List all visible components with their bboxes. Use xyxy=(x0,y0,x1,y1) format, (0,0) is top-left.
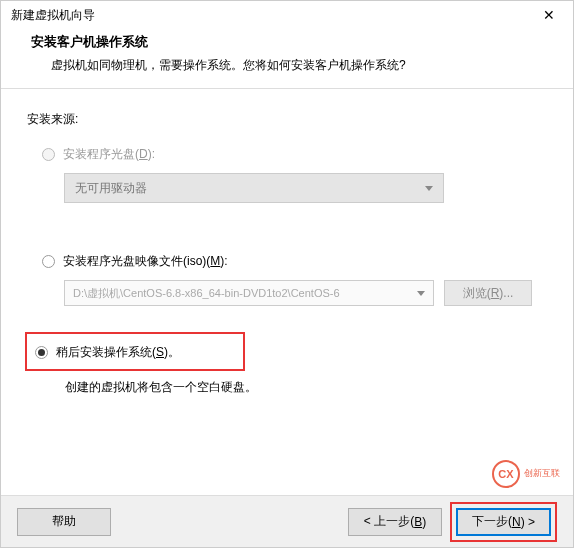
radio-disc xyxy=(42,148,55,161)
header-desc: 虚拟机如同物理机，需要操作系统。您将如何安装客户机操作系统? xyxy=(31,57,543,74)
help-button[interactable]: 帮助 xyxy=(17,508,111,536)
radio-iso-row[interactable]: 安装程序光盘映像文件(iso)(M): xyxy=(42,253,553,270)
chevron-down-icon xyxy=(417,291,425,296)
highlight-next: 下一步(N) > xyxy=(450,502,557,542)
radio-iso xyxy=(42,255,55,268)
radio-disc-row[interactable]: 安装程序光盘(D): xyxy=(42,146,553,163)
watermark-logo: CX xyxy=(492,460,520,488)
next-button[interactable]: 下一步(N) > xyxy=(456,508,551,536)
highlight-later-option: 稍后安装操作系统(S)。 xyxy=(25,332,245,371)
watermark-text: 创新互联 xyxy=(524,469,560,479)
browse-button[interactable]: 浏览(R)... xyxy=(444,280,532,306)
later-desc: 创建的虚拟机将包含一个空白硬盘。 xyxy=(65,379,553,396)
wizard-window: 新建虚拟机向导 ✕ 安装客户机操作系统 虚拟机如同物理机，需要操作系统。您将如何… xyxy=(0,0,574,548)
radio-iso-label: 安装程序光盘映像文件(iso)(M): xyxy=(63,253,228,270)
footer: 帮助 < 上一步(B) 下一步(N) > xyxy=(1,495,573,547)
radio-disc-label: 安装程序光盘(D): xyxy=(63,146,155,163)
disc-dropdown[interactable]: 无可用驱动器 xyxy=(64,173,444,203)
window-title: 新建虚拟机向导 xyxy=(11,7,95,24)
iso-path-text: D:\虚拟机\CentOS-6.8-x86_64-bin-DVD1to2\Cen… xyxy=(73,286,340,301)
iso-path-input[interactable]: D:\虚拟机\CentOS-6.8-x86_64-bin-DVD1to2\Cen… xyxy=(64,280,434,306)
option-iso: 安装程序光盘映像文件(iso)(M): D:\虚拟机\CentOS-6.8-x8… xyxy=(42,253,553,306)
disc-dropdown-text: 无可用驱动器 xyxy=(75,180,147,197)
source-label: 安装来源: xyxy=(27,111,553,128)
header: 安装客户机操作系统 虚拟机如同物理机，需要操作系统。您将如何安装客户机操作系统? xyxy=(1,29,573,89)
header-title: 安装客户机操作系统 xyxy=(31,33,543,51)
titlebar: 新建虚拟机向导 ✕ xyxy=(1,1,573,29)
radio-later xyxy=(35,346,48,359)
iso-row: D:\虚拟机\CentOS-6.8-x86_64-bin-DVD1to2\Cen… xyxy=(64,280,553,306)
back-button[interactable]: < 上一步(B) xyxy=(348,508,442,536)
chevron-down-icon xyxy=(425,186,433,191)
content: 安装来源: 安装程序光盘(D): 无可用驱动器 安装程序光盘映像文件(iso)(… xyxy=(1,89,573,406)
close-icon[interactable]: ✕ xyxy=(535,7,563,23)
option-disc: 安装程序光盘(D): 无可用驱动器 xyxy=(42,146,553,203)
radio-later-row[interactable]: 稍后安装操作系统(S)。 xyxy=(35,344,235,361)
watermark: CX 创新互联 xyxy=(477,455,574,493)
radio-later-label: 稍后安装操作系统(S)。 xyxy=(56,344,180,361)
